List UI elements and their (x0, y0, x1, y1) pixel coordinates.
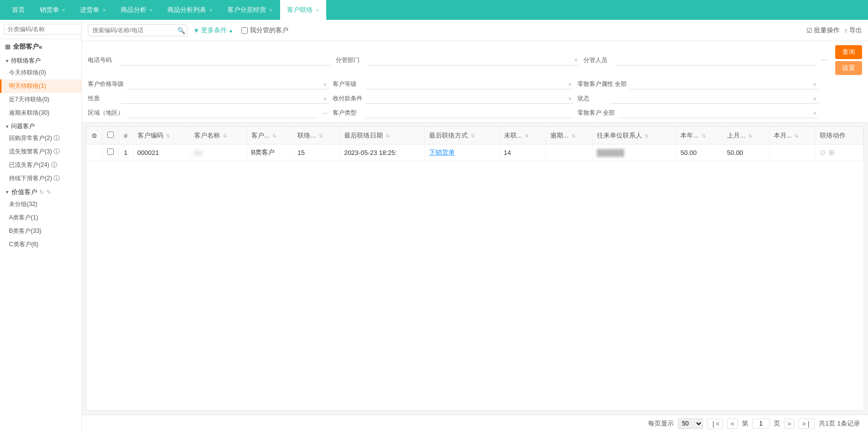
retail-attr-input[interactable] (630, 79, 818, 89)
filter-customer-level: 客户等级 ∨ (333, 79, 574, 89)
customer-level-select[interactable]: ∨ (365, 79, 574, 89)
page-size-select[interactable]: 20 50 100 (678, 418, 703, 429)
content-area: 🔍 ▼ 更多条件 ▲ 我分管的客户 ☑ 批量操作 ↑ 导出 (82, 20, 868, 432)
sidebar-item-declining[interactable]: 持续下滑客户(2) ⓘ (0, 172, 81, 185)
nav-purchase[interactable]: 进货单 × (73, 0, 112, 20)
row-checkbox[interactable] (107, 148, 114, 155)
nature-select[interactable]: ∨ (121, 93, 329, 104)
col-last-month: 上月... ⇅ (723, 127, 770, 144)
filter-icon: ▼ (193, 27, 200, 34)
sidebar-item-abnormal[interactable]: 回购异常客户(2) ⓘ (0, 132, 81, 145)
sidebar-search-input[interactable] (4, 24, 82, 35)
person-dots-btn[interactable]: ··· (821, 56, 827, 65)
sidebar-group-pending[interactable]: 待联络客户 (0, 54, 81, 66)
dept-select[interactable]: ∨ (368, 55, 579, 66)
toolbar-search-icon[interactable]: 🔍 (177, 27, 185, 34)
sidebar-item-class-c[interactable]: C类客户(6) (0, 238, 81, 251)
retail-customer-select[interactable]: ∨ (618, 108, 818, 118)
close-purchase-icon[interactable]: × (102, 7, 105, 13)
sidebar-item-tomorrow[interactable]: 明天待联络(1) (0, 79, 81, 93)
next-page-btn[interactable]: > (784, 419, 795, 429)
row-this-month (769, 144, 816, 161)
refresh-icon[interactable]: ↻ (39, 189, 44, 196)
filter-row-4: 区域（地区） ··· 客户类型 零散客户 全部 ∨ (88, 108, 862, 118)
collapse-icon[interactable]: « (39, 43, 42, 51)
action-view-icon[interactable]: ⊙ (820, 148, 826, 156)
phone-input[interactable] (121, 55, 332, 66)
nav-customer-tier[interactable]: 客户分层经营 × (220, 0, 279, 20)
person-select[interactable] (616, 55, 816, 66)
row-checkbox-cell (102, 144, 118, 161)
nav-customer-contact[interactable]: 客户联络 × (280, 0, 326, 20)
sidebar-item-class-a[interactable]: A类客户(1) (0, 211, 81, 224)
status-select[interactable]: ∨ (610, 93, 818, 104)
settings-button[interactable]: 设置 (835, 61, 862, 75)
sidebar-group-problem[interactable]: 问题客户 (0, 120, 81, 132)
sidebar-all-customers[interactable]: ⊞ 全部客户 « (0, 39, 81, 54)
dept-select-input[interactable] (368, 55, 579, 65)
toolbar: 🔍 ▼ 更多条件 ▲ 我分管的客户 ☑ 批量操作 ↑ 导出 (82, 20, 868, 41)
payment-select[interactable]: ∨ (365, 93, 574, 104)
first-page-btn[interactable]: ❘< (707, 419, 723, 429)
person-select-input[interactable] (616, 55, 816, 65)
last-method-link[interactable]: 下销货单 (429, 148, 455, 156)
customer-type-select[interactable] (365, 108, 574, 118)
sidebar-item-churned[interactable]: 已流失客户(24) ⓘ (0, 158, 81, 172)
payment-input[interactable] (365, 93, 574, 103)
status-input[interactable] (610, 93, 818, 103)
close-customer-tier-icon[interactable]: × (269, 7, 272, 13)
customer-level-input[interactable] (365, 79, 574, 89)
dept-label: 分管部门 (336, 56, 365, 65)
filter-panel: 电话号码 分管部门 ∨ 分管人员 ··· (82, 41, 868, 123)
sidebar-item-ungrouped[interactable]: 未分组(32) (0, 198, 81, 211)
customer-type-label: 客户类型 (333, 109, 362, 117)
main-layout: 🔍 ⊞ 全部客户 « 待联络客户 今天待联络(0) 明天待联络(1) 近7天待联… (0, 20, 868, 432)
phone-label: 电话号码 (88, 56, 118, 65)
query-button[interactable]: 查询 (835, 45, 862, 59)
row-code: 000021 (133, 144, 190, 161)
my-customers-checkbox-label[interactable]: 我分管的客户 (241, 26, 289, 35)
region-select[interactable] (127, 108, 317, 118)
prev-page-btn[interactable]: < (727, 419, 738, 429)
select-all-checkbox[interactable] (107, 132, 114, 138)
sidebar-item-week[interactable]: 近7天待联络(0) (0, 93, 81, 106)
last-page-btn[interactable]: >❘ (798, 419, 815, 429)
more-filters-button[interactable]: ▼ 更多条件 ▲ (189, 24, 237, 37)
sidebar-item-churn-warning[interactable]: 流失预警客户(3) ⓘ (0, 145, 81, 158)
nature-input[interactable] (121, 93, 329, 103)
page-input[interactable] (752, 419, 770, 429)
price-level-label: 客户价格等级 (88, 80, 124, 88)
pagination-bar: 每页显示 20 50 100 ❘< < 第 页 > >❘ 共1页 1条记录 (82, 415, 868, 432)
nav-product-analysis[interactable]: 商品分析 × (114, 0, 159, 20)
chevron-up-icon: ▲ (228, 28, 233, 33)
nav-product-list[interactable]: 商品分析列表 × (160, 0, 219, 20)
sidebar-item-class-b[interactable]: B类客户(33) (0, 224, 81, 238)
region-dots-btn[interactable]: ··· (322, 109, 329, 118)
filter-row-1: 电话号码 分管部门 ∨ 分管人员 ··· (88, 45, 862, 75)
price-level-input[interactable] (127, 79, 329, 89)
sidebar-item-today[interactable]: 今天待联络(0) (0, 66, 81, 79)
sidebar-item-overdue[interactable]: 逾期未联络(30) (0, 106, 81, 120)
filter-status: 状态 ∨ (578, 93, 818, 104)
table-row: 1 000021 Ea B类客户 15 2023-05-23 18:25: 下销… (86, 144, 864, 161)
close-customer-contact-icon[interactable]: × (316, 7, 319, 13)
region-input[interactable] (127, 108, 317, 118)
col-gear[interactable]: ⚙ (86, 127, 102, 144)
export-button[interactable]: ↑ 导出 (845, 26, 863, 35)
retail-attr-select[interactable]: ∨ (630, 79, 818, 89)
retail-customer-input[interactable] (618, 108, 818, 118)
action-grid-icon[interactable]: ⊞ (829, 148, 835, 156)
customer-type-input[interactable] (365, 108, 574, 118)
close-product-list-icon[interactable]: × (209, 7, 212, 13)
my-customers-checkbox[interactable] (241, 27, 248, 34)
toolbar-search-input[interactable] (88, 24, 187, 36)
close-sales-icon[interactable]: × (62, 7, 65, 13)
nav-sales[interactable]: 销货单 × (33, 0, 72, 20)
chevron-down-icon: ∨ (574, 57, 578, 63)
close-product-analysis-icon[interactable]: × (149, 7, 152, 13)
sidebar-group-value[interactable]: 价值客户 ↻ ✎ (0, 185, 81, 198)
batch-op-button[interactable]: ☑ 批量操作 (806, 26, 840, 35)
edit-icon[interactable]: ✎ (46, 189, 51, 196)
nav-home[interactable]: 首页 (5, 0, 32, 20)
price-level-select[interactable]: ∨ (127, 79, 329, 89)
